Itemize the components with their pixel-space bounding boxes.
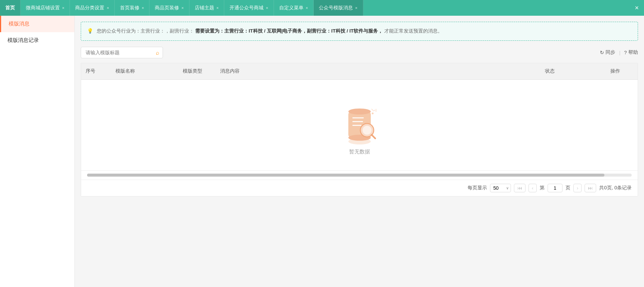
close-category[interactable]: × xyxy=(107,6,109,10)
content-area: 💡 您的公众号行业为：主营行业：，副营行业： 需要设置为：主营行业：IT科技 /… xyxy=(75,16,644,287)
toolbar-divider: | xyxy=(619,50,620,55)
bulb-icon: 💡 xyxy=(87,28,93,34)
close-template-msg[interactable]: × xyxy=(355,6,357,10)
table-header: 序号 模版名称 模版类型 消息内容 状态 操作 xyxy=(81,63,638,80)
close-all-icon: × xyxy=(635,4,639,12)
first-page-button[interactable]: ⏮ xyxy=(514,184,526,192)
page-size-label: 每页显示 xyxy=(468,184,487,191)
empty-state: 暂无数据 xyxy=(81,80,638,170)
nav-tab-open-mall[interactable]: 开通公众号商城 × xyxy=(224,0,274,16)
th-status: 状态 xyxy=(540,68,593,74)
theme-label: 店铺主题 xyxy=(195,4,214,11)
close-home-decor[interactable]: × xyxy=(142,6,144,10)
scrollbar-area xyxy=(81,170,638,180)
close-open-mall[interactable]: × xyxy=(266,6,268,10)
svg-line-12 xyxy=(372,109,374,111)
next-page-button[interactable]: › xyxy=(573,184,582,192)
page-label-post: 页 xyxy=(566,184,570,191)
main-layout: 模版消息 模版消息记录 💡 您的公众号行业为：主营行业：，副营行业： 需要设置为… xyxy=(0,16,644,287)
help-icon: ? xyxy=(624,50,627,55)
nav-tab-store-settings[interactable]: 微商城店铺设置 × xyxy=(21,0,70,16)
scrollbar-thumb xyxy=(87,174,604,177)
nav-tab-category[interactable]: 商品分类设置 × xyxy=(70,0,114,16)
close-product-decor[interactable]: × xyxy=(181,6,184,10)
product-decor-label: 商品页装修 xyxy=(155,4,179,11)
help-button[interactable]: ? 帮助 xyxy=(624,49,638,56)
th-seq: 序号 xyxy=(81,68,111,74)
pagination: 每页显示 50 20 100 ⏮ ‹ 第 页 › ⏭ 共0页, 0条记录 xyxy=(81,180,638,196)
svg-point-2 xyxy=(348,109,371,115)
top-nav: 首页 微商城店铺设置 × 商品分类设置 × 首页装修 × 商品页装修 × 店铺主… xyxy=(0,0,644,16)
home-tab-label: 首页 xyxy=(5,4,15,11)
page-input[interactable] xyxy=(548,184,563,192)
th-name: 模版名称 xyxy=(111,68,178,74)
nav-tab-custom-menu[interactable]: 自定义菜单 × xyxy=(274,0,314,16)
help-label: 帮助 xyxy=(628,49,638,56)
close-all-button[interactable]: × xyxy=(629,0,644,16)
close-theme[interactable]: × xyxy=(216,6,219,10)
prev-page-button[interactable]: ‹ xyxy=(529,184,537,192)
sidebar-item-template-msg-record[interactable]: 模版消息记录 xyxy=(0,32,74,49)
template-msg-label: 公众号模版消息 xyxy=(319,4,353,11)
open-mall-label: 开通公众号商城 xyxy=(229,4,264,11)
sync-label: 同步 xyxy=(606,49,615,56)
page-summary: 共0页, 0条记录 xyxy=(599,184,632,191)
data-table: 序号 模版名称 模版类型 消息内容 状态 操作 xyxy=(81,63,638,196)
svg-point-11 xyxy=(374,110,375,111)
scrollbar-track[interactable] xyxy=(87,174,632,177)
sidebar-template-msg-label: 模版消息 xyxy=(9,21,30,27)
close-store-settings[interactable]: × xyxy=(62,6,64,10)
th-type: 模版类型 xyxy=(178,68,216,74)
nav-tab-product-decor[interactable]: 商品页装修 × xyxy=(150,0,189,16)
sidebar-item-template-msg[interactable]: 模版消息 xyxy=(0,16,74,32)
store-settings-label: 微商城店铺设置 xyxy=(26,4,60,11)
search-input-wrap: ⌕ xyxy=(81,47,163,58)
custom-menu-label: 自定义菜单 xyxy=(279,4,303,11)
svg-point-8 xyxy=(363,126,372,135)
search-input[interactable] xyxy=(81,47,163,58)
notice-suffix: 才能正常发送预置的消息。 xyxy=(384,28,443,34)
search-bar: ⌕ ↻ 同步 | ? 帮助 xyxy=(81,47,638,58)
category-label: 商品分类设置 xyxy=(75,4,104,11)
sidebar: 模版消息 模版消息记录 xyxy=(0,16,75,287)
last-page-button[interactable]: ⏭ xyxy=(585,184,596,192)
nav-tab-home[interactable]: 首页 xyxy=(0,0,21,16)
svg-point-10 xyxy=(372,112,373,114)
sidebar-template-msg-record-label: 模版消息记录 xyxy=(7,37,39,43)
page-label-pre: 第 xyxy=(540,184,545,191)
notice-banner: 💡 您的公众号行业为：主营行业：，副营行业： 需要设置为：主营行业：IT科技 /… xyxy=(81,22,638,41)
th-action: 操作 xyxy=(593,68,638,74)
empty-text: 暂无数据 xyxy=(349,149,370,155)
search-icon[interactable]: ⌕ xyxy=(156,49,159,56)
page-size-select[interactable]: 50 20 100 xyxy=(490,184,511,192)
page-size-wrap: 50 20 100 xyxy=(490,184,511,192)
empty-illustration xyxy=(337,102,382,147)
sync-icon: ↻ xyxy=(600,50,604,55)
svg-line-9 xyxy=(372,135,375,138)
toolbar-right: ↻ 同步 | ? 帮助 xyxy=(600,49,638,56)
close-custom-menu[interactable]: × xyxy=(306,6,308,10)
nav-tab-theme[interactable]: 店铺主题 × xyxy=(189,0,224,16)
notice-prefix: 您的公众号行业为：主营行业：，副营行业： xyxy=(97,28,194,34)
sync-button[interactable]: ↻ 同步 xyxy=(600,49,615,56)
nav-tab-template-msg[interactable]: 公众号模版消息 × xyxy=(314,0,363,16)
home-decor-label: 首页装修 xyxy=(120,4,139,11)
th-content: 消息内容 xyxy=(216,68,540,74)
nav-tab-home-decor[interactable]: 首页装修 × xyxy=(115,0,150,16)
notice-highlight: 需要设置为：主营行业：IT科技 / 互联网|电子商务，副营行业：IT科技 / I… xyxy=(195,28,383,34)
